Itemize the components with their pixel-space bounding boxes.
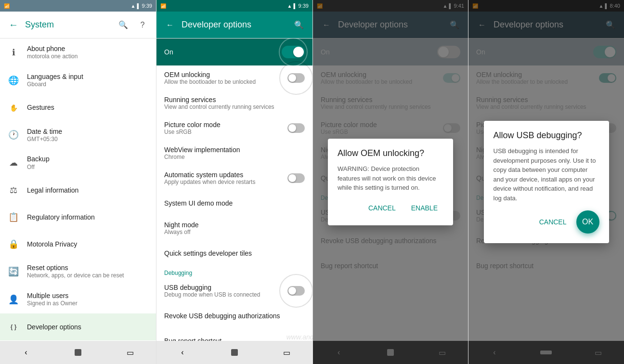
sidebar-item-backup[interactable]: ☁ Backup Off bbox=[0, 149, 156, 177]
sidebar-item-reset[interactable]: 🔄 Reset options Network, apps, or device… bbox=[0, 258, 156, 286]
recents-nav-1[interactable]: ▭ bbox=[120, 345, 140, 360]
users-title: Multiple users bbox=[27, 291, 148, 300]
wifi-icon-2: ▲ bbox=[287, 3, 292, 9]
dev-revoke-usb[interactable]: Revoke USB debugging authorizations bbox=[156, 303, 312, 328]
dev-running-services[interactable]: Running services View and control curren… bbox=[156, 91, 312, 116]
about-title: About phone bbox=[27, 44, 148, 53]
developer-title: Developer options bbox=[27, 323, 148, 331]
languages-title: Languages & input bbox=[27, 72, 148, 81]
page-title-1: System bbox=[25, 20, 112, 30]
users-subtitle: Signed in as Owner bbox=[27, 300, 148, 308]
oem-enable-button[interactable]: Enable bbox=[405, 200, 443, 216]
wifi-icon: ▲ bbox=[131, 3, 136, 9]
oem-cancel-button[interactable]: Cancel bbox=[363, 200, 402, 216]
languages-subtitle: Gboard bbox=[27, 81, 148, 89]
usb-dialog: Allow USB debugging? USB debugging is in… bbox=[484, 121, 609, 243]
back-nav-2[interactable]: ‹ bbox=[173, 345, 192, 360]
running-subtitle: View and control currently running servi… bbox=[164, 104, 305, 110]
sidebar-item-gestures[interactable]: ✋ Gestures bbox=[0, 94, 156, 121]
sidebar-item-developer[interactable]: { } Developer options bbox=[0, 313, 156, 340]
dev-night-mode[interactable]: Night mode Always off bbox=[156, 216, 312, 241]
sidebar-item-languages[interactable]: 🌐 Languages & input Gboard bbox=[0, 66, 156, 94]
picture-subtitle: Use sRGB bbox=[164, 129, 287, 135]
privacy-icon: 🔒 bbox=[8, 238, 19, 250]
panel-developer: 📶 ▲ ▌ 9:39 ← Developer options 🔍 On bbox=[156, 0, 313, 364]
sidebar-item-regulatory[interactable]: 📋 Regulatory information bbox=[0, 204, 156, 231]
usb-dialog-overlay: Allow USB debugging? USB debugging is in… bbox=[468, 0, 624, 364]
dev-auto-updates[interactable]: Automatic system updates Apply updates w… bbox=[156, 166, 312, 191]
dev-webview[interactable]: WebView implementation Chrome bbox=[156, 141, 312, 166]
languages-text: Languages & input Gboard bbox=[27, 72, 148, 89]
backup-subtitle: Off bbox=[27, 164, 148, 171]
oem-dialog-message: WARNING: Device protection features will… bbox=[338, 164, 443, 193]
dev-on-row[interactable]: On bbox=[156, 39, 312, 65]
developer-icon: { } bbox=[8, 321, 19, 333]
regulatory-title: Regulatory information bbox=[27, 213, 148, 221]
dev-usb-debug[interactable]: USB debugging Debug mode when USB is con… bbox=[156, 278, 312, 303]
back-nav-1[interactable]: ‹ bbox=[16, 345, 36, 360]
sidebar-item-legal[interactable]: ⚖ Legal information bbox=[0, 177, 156, 204]
toolbar-actions-1: 🔍 ? bbox=[117, 19, 148, 31]
webview-subtitle: Chrome bbox=[164, 154, 305, 160]
picture-toggle[interactable] bbox=[287, 123, 305, 133]
toolbar-2: ← Developer options 🔍 bbox=[156, 12, 312, 39]
dev-quick-settings[interactable]: Quick settings developer tiles bbox=[156, 241, 312, 266]
sidebar-item-datetime[interactable]: 🕐 Date & time GMT+05:30 bbox=[0, 121, 156, 149]
reset-subtitle: Network, apps, or device can be reset bbox=[27, 272, 148, 280]
languages-icon: 🌐 bbox=[8, 75, 19, 86]
auto-updates-title: Automatic system updates bbox=[164, 171, 287, 179]
dev-bug-report[interactable]: Bug report shortcut bbox=[156, 328, 312, 341]
night-title: Night mode bbox=[164, 221, 305, 229]
dev-oem-unlocking[interactable]: OEM unlocking Allow the bootloader to be… bbox=[156, 65, 312, 91]
auto-updates-toggle[interactable] bbox=[287, 173, 305, 183]
status-icons-right: ▲ ▌ 9:39 bbox=[131, 3, 152, 9]
usb-title: USB debugging bbox=[164, 284, 287, 291]
developer-text: Developer options bbox=[27, 323, 148, 331]
panel-usb-dialog: 📶 ▲ ▌ 8:40 ← Developer options 🔍 On OEM … bbox=[468, 0, 624, 364]
help-button-1[interactable]: ? bbox=[137, 19, 148, 31]
legal-icon: ⚖ bbox=[8, 184, 19, 196]
search-button-2[interactable]: 🔍 bbox=[293, 19, 305, 31]
gestures-title: Gestures bbox=[27, 103, 148, 112]
quick-text: Quick settings developer tiles bbox=[164, 249, 305, 257]
home-icon-2 bbox=[231, 349, 238, 356]
back-button-1[interactable]: ← bbox=[8, 19, 19, 31]
webview-text: WebView implementation Chrome bbox=[164, 146, 305, 160]
dev-on-label: On bbox=[164, 48, 274, 56]
home-nav-1[interactable] bbox=[68, 345, 88, 360]
privacy-title: Motorola Privacy bbox=[27, 240, 148, 248]
panel-system: 📶 ▲ ▌ 9:39 ← System 🔍 ? ℹ About phone mo… bbox=[0, 0, 156, 364]
oem-dialog: Allow OEM unlocking? WARNING: Device pro… bbox=[328, 139, 453, 225]
usb-text: USB debugging Debug mode when USB is con… bbox=[164, 284, 287, 298]
status-bar-1: 📶 ▲ ▌ 9:39 bbox=[0, 0, 156, 12]
bug-text: Bug report shortcut bbox=[164, 337, 305, 341]
users-icon: 👤 bbox=[8, 294, 19, 305]
revoke-title: Revoke USB debugging authorizations bbox=[164, 312, 305, 320]
dev-on-toggle[interactable] bbox=[282, 46, 305, 58]
dev-picture-color[interactable]: Picture color mode Use sRGB bbox=[156, 116, 312, 141]
page-title-2: Developer options bbox=[182, 20, 287, 30]
running-text: Running services View and control curren… bbox=[164, 96, 305, 110]
legal-text: Legal information bbox=[27, 186, 148, 195]
sim-icon-2: 📶 bbox=[160, 3, 166, 9]
sidebar-item-about[interactable]: ℹ About phone motorola one action bbox=[0, 39, 156, 66]
usb-dialog-title: Allow USB debugging? bbox=[494, 130, 599, 141]
search-button-1[interactable]: 🔍 bbox=[117, 19, 129, 31]
panel-oem-dialog: 📶 ▲ ▌ 9:41 ← Developer options 🔍 On OEM … bbox=[313, 0, 468, 364]
back-button-2[interactable]: ← bbox=[164, 19, 176, 31]
settings-list-1: ℹ About phone motorola one action 🌐 Lang… bbox=[0, 39, 156, 341]
home-nav-2[interactable] bbox=[225, 345, 244, 360]
status-bar-2: 📶 ▲ ▌ 9:39 bbox=[156, 0, 312, 12]
recents-nav-2[interactable]: ▭ bbox=[277, 345, 296, 360]
backup-text: Backup Off bbox=[27, 155, 148, 171]
usb-cancel-button[interactable]: Cancel bbox=[533, 210, 572, 234]
auto-updates-subtitle: Apply updates when device restarts bbox=[164, 179, 287, 185]
usb-ok-button[interactable]: OK bbox=[576, 210, 599, 234]
sidebar-item-users[interactable]: 👤 Multiple users Signed in as Owner bbox=[0, 286, 156, 313]
auto-updates-text: Automatic system updates Apply updates w… bbox=[164, 171, 287, 185]
sidebar-item-privacy[interactable]: 🔒 Motorola Privacy bbox=[0, 231, 156, 258]
usb-dialog-actions: Cancel OK bbox=[494, 210, 599, 234]
dev-demo-mode[interactable]: System UI demo mode bbox=[156, 191, 312, 216]
status-icons-left: 📶 bbox=[4, 3, 10, 9]
battery-icon: ▌ bbox=[137, 3, 140, 9]
